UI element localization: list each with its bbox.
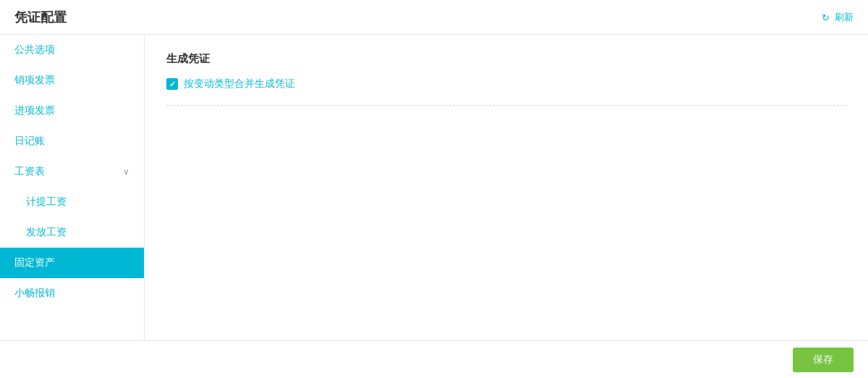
section-divider [166, 105, 846, 106]
sidebar-item-sales-invoice[interactable]: 销项发票 [0, 65, 144, 96]
refresh-icon: ↻ [822, 12, 832, 22]
footer: 保存 [0, 340, 868, 378]
sidebar-item-row-payroll-table: 工资表∨ [14, 165, 129, 178]
sidebar-item-journal[interactable]: 日记账 [0, 126, 144, 156]
section-title: 生成凭证 [166, 52, 846, 66]
merge-voucher-label[interactable]: 按变动类型合并生成凭证 [184, 77, 295, 91]
sidebar-item-fixed-assets[interactable]: 固定资产 [0, 248, 144, 278]
sidebar-item-label-payroll-pay: 发放工资 [26, 226, 67, 238]
sidebar-item-label-sales-invoice: 销项发票 [14, 74, 55, 85]
sidebar: 公共选项销项发票进项发票日记账工资表∨计提工资发放工资固定资产小畅报销 [0, 35, 145, 340]
content-panel: 生成凭证 ✓ 按变动类型合并生成凭证 [145, 35, 868, 340]
sidebar-item-payroll-calc[interactable]: 计提工资 [0, 187, 144, 217]
sidebar-item-expense-reimbursement[interactable]: 小畅报销 [0, 278, 144, 308]
sidebar-item-label-payroll-table: 工资表 [14, 165, 45, 178]
sidebar-item-public-options[interactable]: 公共选项 [0, 35, 144, 65]
page-wrapper: 凭证配置 ↻ 刷新 公共选项销项发票进项发票日记账工资表∨计提工资发放工资固定资… [0, 0, 868, 378]
save-button[interactable]: 保存 [793, 348, 854, 372]
sidebar-item-payroll-pay[interactable]: 发放工资 [0, 217, 144, 248]
merge-voucher-row: ✓ 按变动类型合并生成凭证 [166, 77, 846, 91]
refresh-button[interactable]: ↻ 刷新 [822, 11, 854, 24]
merge-voucher-checkbox[interactable]: ✓ [166, 78, 178, 90]
sidebar-item-payroll-table[interactable]: 工资表∨ [0, 156, 144, 187]
check-icon: ✓ [169, 80, 176, 89]
sidebar-item-label-purchase-invoice: 进项发票 [14, 104, 55, 116]
sidebar-item-label-fixed-assets: 固定资产 [14, 256, 55, 268]
chevron-down-icon: ∨ [123, 167, 129, 177]
sidebar-item-label-payroll-calc: 计提工资 [26, 196, 67, 207]
sidebar-item-purchase-invoice[interactable]: 进项发票 [0, 96, 144, 126]
refresh-label: 刷新 [835, 11, 854, 24]
sidebar-item-label-expense-reimbursement: 小畅报销 [14, 287, 55, 298]
header: 凭证配置 ↻ 刷新 [0, 0, 868, 35]
page-title: 凭证配置 [14, 9, 67, 26]
main-content: 公共选项销项发票进项发票日记账工资表∨计提工资发放工资固定资产小畅报销 生成凭证… [0, 35, 868, 340]
sidebar-item-label-journal: 日记账 [14, 135, 45, 146]
sidebar-item-label-public-options: 公共选项 [14, 43, 55, 55]
